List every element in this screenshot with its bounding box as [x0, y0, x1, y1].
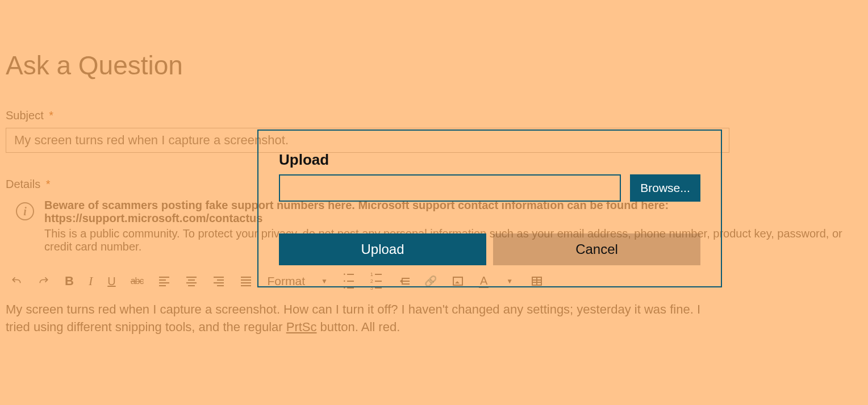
required-mark: * — [49, 109, 53, 122]
dialog-title: Upload — [279, 151, 700, 169]
redo-icon[interactable] — [37, 275, 50, 287]
align-justify-button[interactable] — [240, 275, 252, 287]
editor-text-underline: PrtSc — [286, 320, 317, 334]
cancel-button[interactable]: Cancel — [493, 233, 700, 265]
subject-label: Subject * — [6, 109, 862, 122]
file-path-input[interactable] — [279, 174, 621, 202]
align-right-button[interactable] — [212, 275, 225, 287]
browse-button[interactable]: Browse... — [630, 174, 700, 202]
upload-button[interactable]: Upload — [279, 233, 486, 265]
info-icon: i — [16, 202, 34, 220]
dialog-actions: Upload Cancel — [279, 233, 700, 265]
file-row: Browse... — [279, 174, 700, 202]
upload-dialog: Upload Browse... Upload Cancel — [257, 130, 722, 287]
details-label-text: Details — [6, 178, 40, 190]
required-mark: * — [46, 178, 51, 190]
undo-icon[interactable] — [10, 275, 23, 287]
subject-value: My screen turns red when I capture a scr… — [14, 133, 289, 148]
strikethrough-button[interactable]: abc — [131, 276, 144, 286]
align-left-button[interactable] — [158, 275, 170, 287]
underline-button[interactable]: U — [107, 275, 115, 288]
align-center-button[interactable] — [185, 275, 198, 287]
italic-button[interactable]: I — [89, 274, 93, 289]
editor-content[interactable]: My screen turns red when I capture a scr… — [6, 301, 727, 336]
editor-text-after: button. All red. — [317, 320, 400, 334]
bold-button[interactable]: B — [65, 274, 74, 289]
page-title: Ask a Question — [6, 50, 862, 81]
subject-label-text: Subject — [6, 109, 44, 122]
